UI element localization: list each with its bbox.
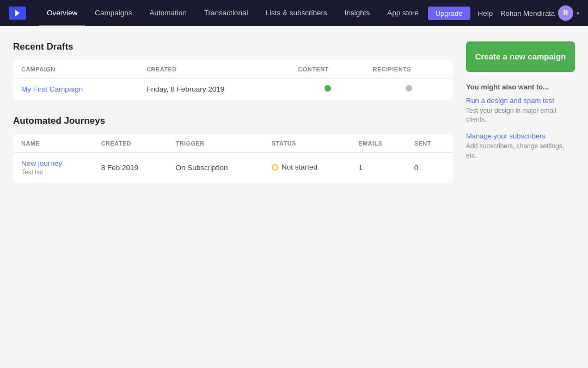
- chevron-down-icon: ▾: [577, 10, 579, 16]
- spam-test-desc: Test your design in major email clients.: [466, 106, 575, 125]
- recent-drafts-table: CAMPAIGN CREATED CONTENT RECIPIENTS My F…: [13, 60, 453, 100]
- journey-sent-cell: 0: [407, 153, 453, 183]
- campaign-cell: My First Campaign: [14, 79, 139, 100]
- journey-emails-cell: 1: [351, 153, 407, 183]
- campaign-link[interactable]: My First Campaign: [21, 85, 83, 93]
- col-trigger: TRIGGER: [168, 135, 264, 153]
- recipients-status-dot-grey: [406, 85, 412, 92]
- content-status-cell: [290, 79, 365, 100]
- user-menu[interactable]: Rohan Mendirata R ▾: [500, 5, 579, 21]
- nav-item-lists[interactable]: Lists & subscribers: [258, 0, 334, 26]
- recent-drafts-title: Recent Drafts: [13, 41, 453, 52]
- table-row: My First Campaign Friday, 8 February 201…: [14, 79, 453, 100]
- manage-subscribers-link[interactable]: Manage your subscribers: [466, 132, 575, 140]
- table-row: New journey Test list 8 Feb 2019 On Subs…: [14, 153, 453, 183]
- col-sent: SENT: [407, 135, 453, 153]
- col-emails: EMAILS: [351, 135, 407, 153]
- automated-journeys-table: NAME CREATED TRIGGER STATUS EMAILS SENT …: [13, 134, 453, 183]
- upgrade-button[interactable]: Upgrade: [428, 7, 470, 20]
- nav-items: Overview Campaigns Automation Transactio…: [39, 0, 428, 26]
- col-created-j: CREATED: [94, 135, 168, 153]
- sidebar: Create a new campaign You might also wan…: [466, 41, 575, 198]
- journey-link[interactable]: New journey: [21, 159, 62, 167]
- logo-icon: [9, 7, 26, 20]
- created-cell: Friday, 8 February 2019: [139, 79, 290, 100]
- logo[interactable]: [9, 7, 26, 20]
- main-content: Recent Drafts CAMPAIGN CREATED CONTENT R…: [0, 26, 588, 214]
- journey-status-label: Not started: [281, 163, 317, 171]
- also-want-label: You might also want to...: [466, 83, 575, 91]
- col-name: NAME: [14, 135, 94, 153]
- col-recipients: RECIPIENTS: [365, 61, 453, 79]
- avatar: R: [558, 5, 573, 21]
- nav-item-transactional[interactable]: Transactional: [197, 0, 256, 26]
- navbar: Overview Campaigns Automation Transactio…: [0, 0, 588, 26]
- col-campaign: CAMPAIGN: [14, 61, 139, 79]
- sidebar-link-group-subscribers: Manage your subscribers Add subscribers,…: [466, 132, 575, 160]
- user-name: Rohan Mendirata: [500, 9, 555, 17]
- help-link[interactable]: Help: [478, 9, 493, 17]
- spam-test-link[interactable]: Run a design and spam test: [466, 96, 575, 105]
- journey-status-cell: Not started: [264, 153, 351, 183]
- manage-subscribers-desc: Add subscribers, change settings, etc.: [466, 142, 575, 160]
- automated-journeys-title: Automated Journeys: [13, 116, 453, 126]
- nav-item-overview[interactable]: Overview: [39, 0, 85, 26]
- journey-trigger-cell: On Subscription: [168, 153, 264, 183]
- nav-item-automation[interactable]: Automation: [142, 0, 194, 26]
- journey-status-dot: [272, 164, 278, 171]
- sidebar-link-group-spam: Run a design and spam test Test your des…: [466, 96, 575, 125]
- content-status-dot-green: [324, 85, 331, 92]
- nav-item-campaigns[interactable]: Campaigns: [87, 0, 139, 26]
- journey-subtext: Test list: [21, 168, 86, 176]
- col-created: CREATED: [139, 61, 290, 79]
- content-area: Recent Drafts CAMPAIGN CREATED CONTENT R…: [13, 41, 453, 198]
- col-status: STATUS: [264, 135, 351, 153]
- recipients-status-cell: [365, 79, 453, 100]
- nav-right: Upgrade Help Rohan Mendirata R ▾: [428, 5, 579, 21]
- col-content: CONTENT: [290, 61, 365, 79]
- nav-item-appstore[interactable]: App store: [379, 0, 426, 26]
- journey-name-cell: New journey Test list: [14, 153, 94, 183]
- journey-created-cell: 8 Feb 2019: [94, 153, 168, 183]
- create-campaign-button[interactable]: Create a new campaign: [466, 41, 575, 72]
- nav-item-insights[interactable]: Insights: [337, 0, 378, 26]
